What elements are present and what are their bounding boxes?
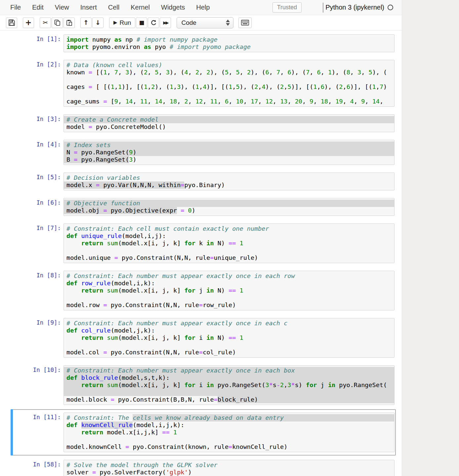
code-line: # Constraint: Each number must appear ex… [64, 272, 394, 280]
cell-type-select[interactable]: Code [177, 17, 233, 28]
cell-input[interactable]: # Index setsN = pyo.RangeSet(9)B = pyo.R… [63, 140, 395, 165]
selection-highlight [64, 141, 394, 149]
cell-input[interactable]: # Constraint: Each number must appear ex… [63, 365, 395, 405]
code-line: model.col = pyo.Constraint(N,N, rule=col… [64, 349, 394, 356]
code-line: def knownCell_rule(model,i,j,k): [64, 421, 394, 429]
menu-item-help[interactable]: Help [190, 4, 215, 11]
trusted-badge[interactable]: Trusted [272, 2, 302, 13]
updown-arrows-icon [226, 20, 230, 26]
code-line: # Index sets [64, 141, 394, 149]
paste-cell-button[interactable] [63, 18, 75, 28]
code-line: model.obj = pyo.Objective(expr = 0) [64, 207, 394, 214]
cell-input[interactable]: # Constraint: The cells we know already … [63, 413, 395, 452]
code-cell[interactable]: In [4]:# Index setsN = pyo.RangeSet(9)B … [11, 137, 396, 168]
cell-input[interactable]: # Solve the model through the GLPK solve… [63, 460, 395, 476]
menubar: FileEditViewInsertCellKernelWidgetsHelp … [0, 0, 402, 15]
code-line: # Constraint: Each number must appear ex… [64, 367, 394, 374]
code-cell[interactable]: In [5]:# Decision variablesmodel.x = pyo… [11, 169, 396, 194]
cell-prompt: In [58]: [12, 460, 61, 476]
code-line: def row_rule(model,i,k): [64, 280, 394, 287]
code-line: cages = [ [(1,1)], [(1,2), (1,3), (1,4)]… [64, 83, 394, 91]
code-line: return sum(model.x[i, j, k] for j in N) … [64, 287, 394, 294]
menu-item-widgets[interactable]: Widgets [155, 4, 190, 11]
code-line [64, 247, 394, 254]
code-line: # Constraint: Each number must appear ex… [64, 320, 394, 327]
code-cell[interactable]: In [9]:# Constraint: Each number must ap… [11, 315, 396, 361]
save-icon [9, 20, 15, 26]
code-line: return sum(model.x[i, j, k] for k in N) … [64, 240, 394, 247]
keyboard-shortcuts-button[interactable] [238, 18, 252, 28]
code-cell[interactable]: In [2]:# Data (known cell values)known =… [11, 57, 396, 110]
cut-cell-button[interactable]: ✂ [40, 18, 51, 28]
fast-forward-button[interactable]: ▶▶ [160, 18, 171, 28]
cell-input[interactable]: import numpy as np # import numpy packag… [63, 34, 395, 52]
cell-prompt: In [10]: [12, 365, 61, 405]
menu-item-file[interactable]: File [5, 4, 26, 11]
code-line: # Decision variables [64, 174, 394, 181]
code-line: model.block = pyo.Constraint(B,B,N, rule… [64, 396, 394, 403]
code-line: cage_sums = [9, 14, 11, 14, 18, 2, 12, 1… [64, 98, 394, 105]
save-button[interactable] [6, 18, 17, 28]
code-line [64, 341, 394, 349]
code-line: B = pyo.RangeSet(3) [64, 156, 394, 163]
code-line: # Constraint: The cells we know already … [64, 414, 394, 421]
menu-item-kernel[interactable]: Kernel [125, 4, 155, 11]
code-line [64, 76, 394, 83]
code-line: return sum(model.x[i, j, k] for i in pyo… [64, 381, 394, 389]
code-cell[interactable]: In [11]:# Constraint: The cells we know … [11, 409, 396, 456]
cell-input[interactable]: # Data (known cell values)known = [(1, 7… [63, 60, 395, 107]
cell-input[interactable]: # Constraint: Each number must appear ex… [63, 318, 395, 358]
cell-input[interactable]: # Objective functionmodel.obj = pyo.Obje… [63, 198, 395, 216]
cell-input[interactable]: # Create a Concrete modelmodel = pyo.Con… [63, 114, 395, 132]
run-label: Run [120, 19, 131, 26]
cell-prompt: In [2]: [12, 60, 61, 107]
selected-cell-bar [11, 409, 13, 456]
cell-prompt: In [5]: [12, 173, 61, 190]
stop-button[interactable]: ■ [136, 18, 147, 28]
kernel-status-icon [388, 5, 393, 10]
menubar-right: Trusted Python 3 (ipykernel) [272, 2, 402, 13]
cell-prompt: In [1]: [12, 34, 61, 52]
code-cell[interactable]: In [8]:# Constraint: Each number must ap… [11, 267, 396, 314]
code-line: model.row = pyo.Constraint(N,N, rule=row… [64, 301, 394, 309]
cell-prompt: In [11]: [12, 413, 61, 452]
menu-item-insert[interactable]: Insert [75, 4, 103, 11]
toolbar: + ✂ [0, 15, 402, 30]
code-cell[interactable]: In [1]:import numpy as np # import numpy… [11, 31, 396, 56]
code-line [64, 91, 394, 98]
restart-kernel-button[interactable] [148, 18, 159, 28]
cell-prompt: In [7]: [12, 223, 61, 263]
code-line: known = [(1, 7, 3), (2, 5, 3), (4, 2, 2)… [64, 69, 394, 76]
cell-prompt: In [4]: [12, 140, 61, 165]
cell-input[interactable]: # Decision variablesmodel.x = pyo.Var(N,… [63, 173, 395, 190]
notebook-container: In [1]:import numpy as np # import numpy… [0, 30, 402, 476]
cell-prompt: In [9]: [12, 318, 61, 358]
run-button[interactable]: ▶ Run [109, 18, 135, 28]
cell-input[interactable]: # Constraint: Each cell must contain exa… [63, 223, 395, 263]
menu-item-edit[interactable]: Edit [26, 4, 49, 11]
code-line: return sum(model.x[i, j, k] for i in N) … [64, 334, 394, 341]
stop-icon: ■ [139, 20, 144, 25]
copy-cell-button[interactable] [52, 18, 63, 28]
code-line: import pyomo.environ as pyo # import pyo… [64, 43, 394, 51]
menu-item-view[interactable]: View [49, 4, 75, 11]
code-cell[interactable]: In [3]:# Create a Concrete modelmodel = … [11, 111, 396, 136]
code-line: # Constraint: Each cell must contain exa… [64, 225, 394, 232]
code-cell[interactable]: In [58]:# Solve the model through the GL… [11, 456, 396, 476]
scissors-icon: ✂ [43, 20, 48, 26]
keyboard-icon [241, 20, 249, 25]
move-up-button[interactable]: ↑ [80, 18, 92, 28]
kernel-separator [323, 3, 323, 13]
code-cell[interactable]: In [6]:# Objective functionmodel.obj = p… [11, 195, 396, 219]
code-cell[interactable]: In [10]:# Constraint: Each number must a… [11, 362, 396, 408]
menu-item-cell[interactable]: Cell [103, 4, 125, 11]
cell-prompt: In [3]: [12, 114, 61, 132]
code-cell[interactable]: In [7]:# Constraint: Each cell must cont… [11, 220, 396, 266]
code-line: model.unique = pyo.Constraint(N,N, rule=… [64, 254, 394, 261]
add-cell-button[interactable]: + [23, 18, 34, 28]
move-down-button[interactable]: ↓ [92, 18, 104, 28]
arrow-down-icon: ↓ [95, 20, 101, 26]
cell-input[interactable]: # Constraint: Each number must appear ex… [63, 271, 395, 310]
code-line: # Objective function [64, 200, 394, 207]
cell-type-value: Code [181, 19, 196, 26]
